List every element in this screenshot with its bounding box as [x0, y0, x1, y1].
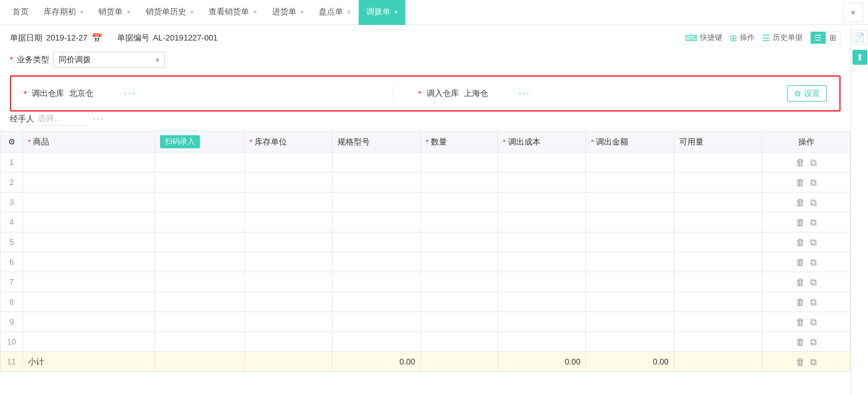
cost-cell-9[interactable]	[498, 312, 586, 332]
delete-icon-8[interactable]: 🗑	[796, 297, 805, 307]
view-grid-button[interactable]: ⊞	[826, 32, 840, 44]
cost-cell-10[interactable]	[498, 332, 586, 352]
cost-cell-4[interactable]	[498, 212, 586, 232]
spec-cell-3[interactable]	[333, 193, 421, 212]
unit-cell-6[interactable]	[244, 252, 333, 272]
tab-view-sales[interactable]: 查看销货单 ×	[201, 0, 264, 25]
unit-cell-7[interactable]	[244, 272, 333, 292]
copy-icon-8[interactable]: ⧉	[810, 297, 817, 308]
spec-cell-10[interactable]	[333, 332, 421, 352]
amount-cell-9[interactable]	[586, 312, 674, 332]
spec-cell-5[interactable]	[333, 232, 421, 252]
delete-icon-4[interactable]: 🗑	[796, 217, 805, 227]
sidebar-doc-button[interactable]: 📄	[852, 30, 867, 45]
business-type-select[interactable]: 同价调拨 ▾	[53, 52, 165, 68]
spec-cell-6[interactable]	[333, 252, 421, 272]
product-cell-6[interactable]	[23, 252, 155, 272]
copy-icon-9[interactable]: ⧉	[810, 316, 817, 328]
spec-cell-1[interactable]	[333, 153, 421, 173]
amount-cell-5[interactable]	[586, 232, 674, 252]
delete-icon-5[interactable]: 🗑	[796, 237, 805, 247]
spec-cell-7[interactable]	[333, 272, 421, 292]
operator-select[interactable]: 选择...	[38, 112, 88, 126]
unit-cell-4[interactable]	[244, 212, 333, 232]
cost-cell-6[interactable]	[498, 252, 586, 272]
col-gear-header[interactable]: ⚙	[1, 131, 23, 153]
settings-button[interactable]: ⚙ 设置	[787, 85, 827, 102]
amount-cell-6[interactable]	[586, 252, 674, 272]
tab-inventory-init[interactable]: 库存期初 ×	[36, 0, 91, 25]
tab-close-sales-history[interactable]: ×	[190, 8, 194, 16]
qty-cell-5[interactable]	[420, 232, 498, 252]
copy-icon-11[interactable]: ⧉	[810, 356, 817, 368]
amount-cell-8[interactable]	[586, 292, 674, 312]
cost-cell-3[interactable]	[498, 193, 586, 212]
copy-icon-6[interactable]: ⧉	[810, 257, 817, 268]
qty-cell-6[interactable]	[420, 252, 498, 272]
history-doc-button[interactable]: ☰ 历史单据	[762, 32, 803, 43]
qty-cell-3[interactable]	[420, 193, 498, 212]
delete-icon-9[interactable]: 🗑	[796, 316, 805, 327]
product-cell-2[interactable]	[23, 173, 155, 193]
cost-cell-7[interactable]	[498, 272, 586, 292]
tab-home[interactable]: 首页	[5, 0, 36, 25]
copy-icon-7[interactable]: ⧉	[810, 277, 817, 288]
amount-cell-3[interactable]	[586, 193, 674, 212]
shortcuts-button[interactable]: ⌨ 快捷键	[685, 32, 722, 43]
qty-cell-2[interactable]	[420, 173, 498, 193]
operator-dots[interactable]: ···	[93, 113, 105, 125]
tab-close-inventory-init[interactable]: ×	[80, 8, 83, 16]
qty-cell-9[interactable]	[420, 312, 498, 332]
tab-close-sales-order[interactable]: ×	[126, 8, 130, 16]
copy-icon-1[interactable]: ⧉	[810, 157, 817, 168]
sidebar-export-button[interactable]: ⬆	[852, 50, 867, 65]
unit-cell-8[interactable]	[244, 292, 333, 312]
copy-icon-4[interactable]: ⧉	[810, 217, 817, 228]
amount-cell-7[interactable]	[586, 272, 674, 292]
product-cell-8[interactable]	[23, 292, 155, 312]
operations-button[interactable]: ⊞ 操作	[730, 32, 755, 43]
tab-close-transfer-order[interactable]: ×	[394, 8, 398, 16]
delete-icon-3[interactable]: 🗑	[796, 197, 805, 207]
out-warehouse-dots[interactable]: ···	[124, 88, 136, 99]
product-cell-7[interactable]	[23, 272, 155, 292]
amount-cell-10[interactable]	[586, 332, 674, 352]
qty-cell-10[interactable]	[420, 332, 498, 352]
tab-sales-order[interactable]: 销货单 ×	[91, 0, 138, 25]
amount-cell-2[interactable]	[586, 173, 674, 193]
delete-icon-1[interactable]: 🗑	[796, 157, 805, 168]
tab-stocktake[interactable]: 盘点单 ×	[311, 0, 358, 25]
scan-button[interactable]: 扫码录入	[160, 135, 200, 148]
tab-purchase-order[interactable]: 进货单 ×	[265, 0, 311, 25]
amount-cell-1[interactable]	[586, 153, 674, 173]
delete-icon-7[interactable]: 🗑	[796, 277, 805, 287]
delete-icon-2[interactable]: 🗑	[796, 177, 805, 188]
tab-transfer-order[interactable]: 调拨单 ×	[359, 0, 405, 25]
tab-close-stocktake[interactable]: ×	[347, 8, 351, 16]
spec-cell-2[interactable]	[333, 173, 421, 193]
tab-close-purchase-order[interactable]: ×	[300, 8, 304, 16]
product-cell-9[interactable]	[23, 312, 155, 332]
qty-cell-8[interactable]	[420, 292, 498, 312]
cost-cell-5[interactable]	[498, 232, 586, 252]
unit-cell-10[interactable]	[244, 332, 333, 352]
in-warehouse-dots[interactable]: ···	[519, 88, 531, 99]
copy-icon-3[interactable]: ⧉	[810, 197, 817, 208]
view-list-button[interactable]: ☰	[811, 32, 826, 44]
copy-icon-5[interactable]: ⧉	[810, 237, 817, 248]
copy-icon-10[interactable]: ⧉	[810, 336, 817, 348]
window-close-button[interactable]: ×	[843, 2, 863, 22]
spec-cell-4[interactable]	[333, 212, 421, 232]
spec-cell-9[interactable]	[333, 312, 421, 332]
unit-cell-2[interactable]	[244, 173, 333, 193]
unit-cell-1[interactable]	[244, 153, 333, 173]
cost-cell-8[interactable]	[498, 292, 586, 312]
amount-cell-4[interactable]	[586, 212, 674, 232]
spec-cell-8[interactable]	[333, 292, 421, 312]
product-cell-5[interactable]	[23, 232, 155, 252]
product-cell-10[interactable]	[23, 332, 155, 352]
unit-cell-9[interactable]	[244, 312, 333, 332]
delete-icon-6[interactable]: 🗑	[796, 257, 805, 267]
product-cell-3[interactable]	[23, 193, 155, 212]
qty-cell-7[interactable]	[420, 272, 498, 292]
